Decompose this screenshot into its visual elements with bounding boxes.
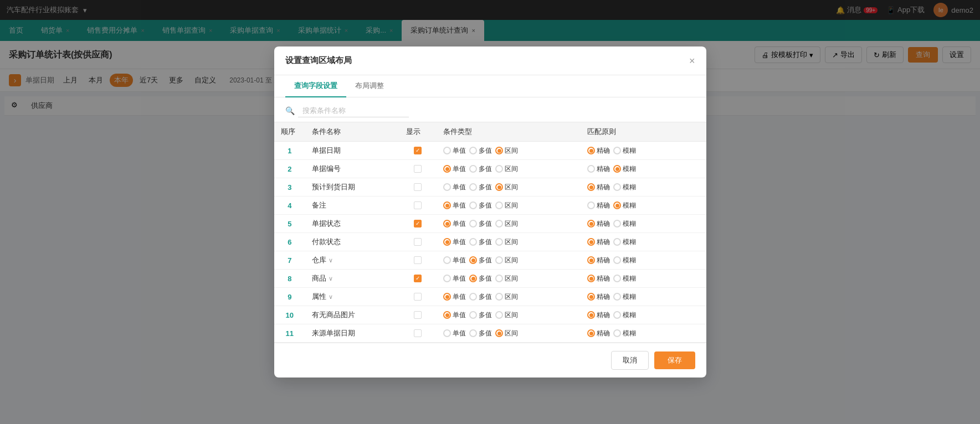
modal-search-area: 🔍 <box>274 97 706 120</box>
tab-fields[interactable]: 查询字段设置 <box>285 75 346 97</box>
search-input[interactable] <box>298 104 409 117</box>
modal-overlay[interactable]: 设置查询区域布局 × 查询字段设置 布局调整 🔍 顺序 条件名称 显示 条件类型 <box>0 0 980 120</box>
modal-header: 设置查询区域布局 × <box>274 46 706 75</box>
modal-title: 设置查询区域布局 <box>285 55 352 66</box>
modal-close-button[interactable]: × <box>689 56 695 66</box>
modal: 设置查询区域布局 × 查询字段设置 布局调整 🔍 顺序 条件名称 显示 条件类型 <box>274 46 706 120</box>
tab-layout[interactable]: 布局调整 <box>346 75 393 97</box>
modal-tabs: 查询字段设置 布局调整 <box>274 75 706 97</box>
search-icon: 🔍 <box>285 106 295 115</box>
